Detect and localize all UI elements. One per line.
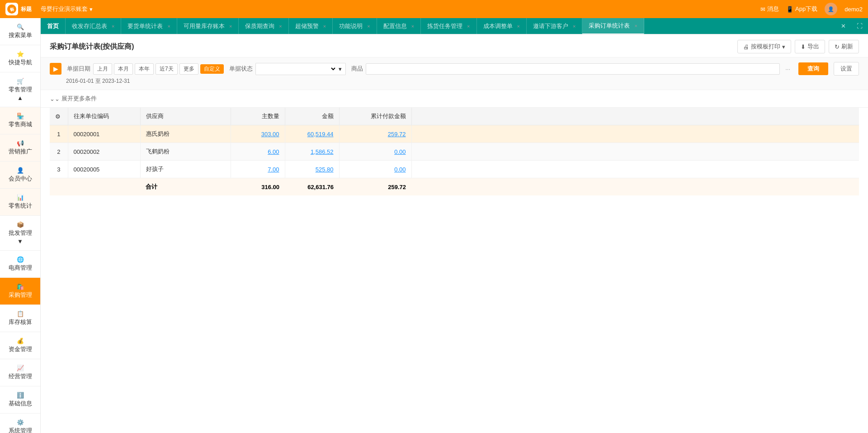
close-overstock[interactable]: × xyxy=(323,24,326,29)
sidebar-item-ecommerce[interactable]: 🌐 电商管理 xyxy=(0,251,40,278)
close-income-expense[interactable]: × xyxy=(112,24,114,29)
tab-shelf-life[interactable]: 保质期查询 × xyxy=(239,18,288,34)
tab-home[interactable]: 首页 xyxy=(41,18,66,34)
row-num-2: 2 xyxy=(50,143,68,161)
refresh-icon: ↻ xyxy=(835,43,840,50)
supplier-2: 飞鹤奶粉 xyxy=(140,143,231,161)
workspace-arrow: ▾ xyxy=(90,6,93,13)
col-settings[interactable]: ⚙ xyxy=(50,108,68,125)
tab-income-expense[interactable]: 收发存汇总表 × xyxy=(66,18,121,34)
sidebar-item-member[interactable]: 👤 会员中心 xyxy=(0,162,40,189)
print-button[interactable]: 🖨 按模板打印 ▾ xyxy=(737,40,791,53)
table-container: ⚙ 往来单位编码 供应商 主数量 金额 累计付款金额 1 00020001 xyxy=(41,108,868,195)
logo-icon: 畅 xyxy=(5,3,18,15)
custom-date-badge[interactable]: 自定义 xyxy=(200,64,224,74)
sidebar-label-inventory: 库存核算 xyxy=(9,318,32,326)
status-select[interactable]: ▾ xyxy=(255,63,346,75)
settings-label: 设置 xyxy=(840,65,852,72)
date-btn-7days[interactable]: 近7天 xyxy=(156,63,178,75)
sidebar-label-search: 搜索菜单 xyxy=(9,31,32,39)
retail-arrow: ▲ xyxy=(17,95,23,101)
tab-function[interactable]: 功能说明 × xyxy=(333,18,377,34)
col-quantity: 主数量 xyxy=(231,108,285,125)
query-button[interactable]: 查询 xyxy=(798,62,828,75)
status-filter-label: 单据状态 xyxy=(229,65,253,73)
footer-extra xyxy=(411,178,859,196)
sidebar-item-search[interactable]: 🔍 搜索菜单 xyxy=(0,18,40,45)
quantity-2: 6.00 xyxy=(231,143,285,161)
finance-icon: 💰 xyxy=(17,338,24,344)
col-supplier: 供应商 xyxy=(140,108,231,125)
export-label: 导出 xyxy=(807,43,819,51)
sidebar-item-system[interactable]: ⚙️ 系统管理 xyxy=(0,414,40,433)
top-bar-right: ✉ 消息 📱 App下载 👤 demo2 xyxy=(760,3,863,15)
sidebar-item-wholesale[interactable]: 📦 批发管理 ▼ xyxy=(0,216,40,251)
close-cost-adjust[interactable]: × xyxy=(517,24,520,29)
tab-picking[interactable]: 拣货任务管理 × xyxy=(421,18,476,34)
sidebar-item-purchase[interactable]: 🛍️ 采购管理 xyxy=(0,278,40,305)
sidebar-item-marketing[interactable]: 📢 营销推广 xyxy=(0,134,40,162)
tab-config[interactable]: 配置信息 × xyxy=(377,18,421,34)
close-shelf-life[interactable]: × xyxy=(279,24,282,29)
close-goods-stat[interactable]: × xyxy=(167,24,170,29)
close-invite-customer[interactable]: × xyxy=(573,24,576,29)
tab-config-label: 配置信息 xyxy=(383,22,407,30)
sidebar-item-retail[interactable]: 🛒 零售管理 ▲ xyxy=(0,72,40,107)
tab-close-btn[interactable]: ✕ xyxy=(835,18,851,34)
tab-overstock[interactable]: 超储预警 × xyxy=(289,18,333,34)
sidebar-item-finance[interactable]: 💰 资金管理 xyxy=(0,332,40,359)
tab-available-stock[interactable]: 可用量库存账本 × xyxy=(177,18,239,34)
user-name[interactable]: demo2 xyxy=(844,6,863,13)
goods-more-icon[interactable]: ··· xyxy=(783,66,793,72)
tab-invite-customer[interactable]: 邀请下游客户 × xyxy=(527,18,582,34)
quantity-3: 7.00 xyxy=(231,161,285,178)
page-title: 采购订单统计表(按供应商) xyxy=(50,42,134,52)
sidebar-item-operations[interactable]: 📈 经营管理 xyxy=(0,359,40,386)
sidebar-item-basic[interactable]: ℹ️ 基础信息 xyxy=(0,386,40,414)
tab-restore-btn[interactable]: ⛶ xyxy=(851,18,868,34)
col-partner-code: 往来单位编码 xyxy=(68,108,140,125)
message-button[interactable]: ✉ 消息 xyxy=(760,5,779,13)
sidebar-label-purchase: 采购管理 xyxy=(9,291,32,299)
export-button[interactable]: ⬇ 导出 xyxy=(795,40,825,53)
date-btn-more[interactable]: 更多 xyxy=(179,63,198,75)
nav-tabs: 首页 收发存汇总表 × 要货单统计表 × 可用量库存账本 × 保质期查询 × 超… xyxy=(41,18,868,34)
sidebar-item-inventory[interactable]: 📋 库存核算 xyxy=(0,305,40,332)
retail-icon: 🛒 xyxy=(17,78,24,85)
refresh-button[interactable]: ↻ 刷新 xyxy=(829,40,859,53)
date-btn-thismonth[interactable]: 本月 xyxy=(114,63,133,75)
tab-goods-stat-label: 要货单统计表 xyxy=(127,22,163,30)
app-download-button[interactable]: 📱 App下载 xyxy=(786,5,817,13)
date-btn-thisyear[interactable]: 本年 xyxy=(135,63,154,75)
filter-toggle-btn[interactable]: ▶ xyxy=(50,63,61,75)
tab-cost-adjust[interactable]: 成本调整单 × xyxy=(477,18,527,34)
date-btn-lastmonth[interactable]: 上月 xyxy=(93,63,112,75)
expand-more-btn[interactable]: ⌄⌄ 展开更多条件 xyxy=(50,93,97,105)
settings-button[interactable]: 设置 xyxy=(834,62,859,76)
workspace-selector[interactable]: 母婴行业演示账套 ▾ xyxy=(37,3,96,15)
footer-amount: 62,631.76 xyxy=(285,178,339,196)
purchase-icon: 🛍️ xyxy=(17,283,24,290)
goods-input[interactable] xyxy=(366,63,780,75)
close-picking[interactable]: × xyxy=(467,24,470,29)
print-label: 按模板打印 xyxy=(751,43,780,51)
tab-purchase-stat[interactable]: 采购订单统计表 × xyxy=(582,18,644,34)
sidebar-item-retailstat[interactable]: 📊 零售统计 xyxy=(0,189,40,216)
status-dropdown[interactable] xyxy=(259,65,337,73)
sidebar-label-marketing: 营销推广 xyxy=(9,148,32,156)
sidebar-item-retailshop[interactable]: 🏪 零售商城 xyxy=(0,107,40,134)
close-available-stock[interactable]: × xyxy=(229,24,232,29)
expand-icon: ⌄⌄ xyxy=(50,95,60,102)
col-extra xyxy=(411,108,859,125)
sidebar-label-retailshop: 零售商城 xyxy=(9,120,32,128)
close-function[interactable]: × xyxy=(367,24,370,29)
member-icon: 👤 xyxy=(17,167,24,174)
user-avatar[interactable]: 👤 xyxy=(825,3,837,15)
col-amount: 金额 xyxy=(285,108,339,125)
sidebar-item-quicknav[interactable]: ⭐ 快捷导航 xyxy=(0,45,40,72)
svg-text:畅: 畅 xyxy=(10,7,14,12)
paid-amount-2: 0.00 xyxy=(339,143,411,161)
close-purchase-stat[interactable]: × xyxy=(634,23,637,29)
close-config[interactable]: × xyxy=(411,24,414,29)
tab-goods-stat[interactable]: 要货单统计表 × xyxy=(121,18,177,34)
